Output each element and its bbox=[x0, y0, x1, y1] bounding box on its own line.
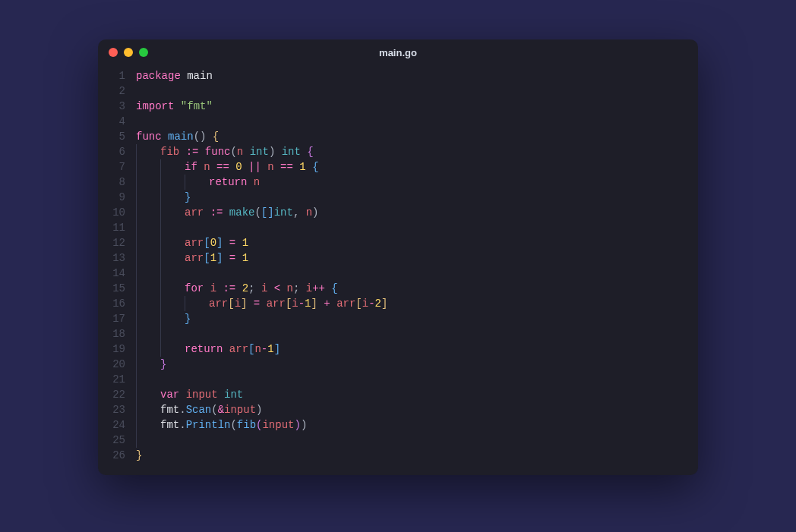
editor-window: main.go 12345678910111213141516171819202… bbox=[98, 39, 698, 475]
line-number: 9 bbox=[98, 190, 125, 205]
indent-guide bbox=[136, 144, 137, 159]
indent-guide bbox=[136, 402, 137, 417]
line-number: 17 bbox=[98, 311, 125, 326]
code-line[interactable]: arr[1] = 1 bbox=[136, 250, 683, 266]
token-brace-b: { bbox=[312, 161, 318, 173]
line-number: 2 bbox=[98, 83, 125, 99]
token-punc: ; bbox=[248, 282, 254, 294]
code-line[interactable] bbox=[136, 433, 683, 448]
token-kw: import bbox=[136, 100, 174, 112]
code-line[interactable]: import "fmt" bbox=[136, 99, 683, 114]
token-op: := bbox=[186, 146, 199, 158]
indent-guide bbox=[136, 372, 137, 387]
indent-guide bbox=[136, 433, 137, 448]
token-field: n bbox=[267, 161, 273, 173]
token-num: 1 bbox=[305, 297, 311, 310]
code-line[interactable]: } bbox=[136, 448, 683, 463]
code-area[interactable]: package main import "fmt" func main() {f… bbox=[136, 68, 698, 463]
indent-guide bbox=[185, 296, 185, 311]
code-line[interactable] bbox=[136, 220, 683, 235]
indent-guide bbox=[136, 326, 137, 342]
token-op: := bbox=[210, 206, 223, 219]
token-field: input bbox=[262, 419, 294, 431]
code-line[interactable]: func main() { bbox=[136, 129, 683, 144]
line-number: 13 bbox=[98, 250, 125, 266]
indent-guide bbox=[160, 326, 161, 342]
token-kw: var bbox=[160, 389, 179, 401]
indent-guide bbox=[160, 220, 161, 235]
token-op: := bbox=[223, 282, 235, 294]
indent-guide bbox=[136, 235, 137, 250]
code-line[interactable]: fmt.Println(fib(input)) bbox=[136, 417, 683, 433]
line-number: 11 bbox=[98, 220, 125, 235]
token-kw: func bbox=[136, 131, 162, 143]
code-line[interactable]: arr[0] = 1 bbox=[136, 235, 683, 250]
token-brace-b: [] bbox=[261, 206, 274, 219]
token-punc: ( bbox=[230, 419, 236, 431]
token-punc: () bbox=[194, 131, 207, 143]
code-editor[interactable]: 1234567891011121314151617181920212223242… bbox=[98, 65, 698, 475]
token-fn: main bbox=[168, 131, 194, 143]
token-op: & bbox=[218, 404, 224, 416]
token-kw: if bbox=[185, 161, 197, 173]
token-num: 0 bbox=[210, 237, 216, 249]
code-line[interactable]: } bbox=[136, 190, 683, 205]
token-brace-y: ] bbox=[381, 297, 387, 310]
token-punc: ( bbox=[254, 206, 261, 219]
token-op: = bbox=[229, 237, 235, 249]
token-num: 2 bbox=[242, 282, 248, 294]
code-line[interactable]: } bbox=[136, 311, 683, 326]
code-line[interactable]: if n == 0 || n == 1 { bbox=[136, 159, 683, 175]
line-number: 5 bbox=[98, 129, 125, 144]
code-line[interactable]: } bbox=[136, 357, 683, 372]
token-kw: return bbox=[209, 176, 247, 188]
indent-guide bbox=[136, 266, 137, 281]
code-line[interactable]: fmt.Scan(&input) bbox=[136, 402, 683, 417]
titlebar[interactable]: main.go bbox=[98, 39, 698, 65]
indent-guide bbox=[136, 159, 137, 175]
token-field: n bbox=[254, 343, 261, 355]
indent-guide bbox=[136, 175, 137, 190]
code-line[interactable] bbox=[136, 266, 683, 281]
line-number: 3 bbox=[98, 99, 125, 114]
minimize-icon[interactable] bbox=[124, 48, 133, 57]
token-num: 1 bbox=[242, 237, 248, 249]
indent-guide bbox=[136, 190, 137, 205]
code-line[interactable]: return arr[n-1] bbox=[136, 342, 683, 357]
line-number: 21 bbox=[98, 372, 125, 387]
token-op: == bbox=[216, 161, 229, 173]
token-field: i bbox=[292, 297, 298, 310]
token-brace-p: } bbox=[160, 358, 166, 370]
token-brace-b: ] bbox=[274, 343, 280, 355]
token-brace-y: ] bbox=[241, 297, 247, 310]
indent-guide bbox=[160, 296, 161, 311]
token-brace-p: ) bbox=[294, 419, 300, 431]
code-line[interactable]: fib := func(n int) int { bbox=[136, 144, 683, 159]
close-icon[interactable] bbox=[109, 48, 118, 57]
code-line[interactable]: return n bbox=[136, 175, 683, 190]
code-line[interactable]: arr := make([]int, n) bbox=[136, 205, 683, 220]
code-line[interactable]: arr[i] = arr[i-1] + arr[i-2] bbox=[136, 296, 683, 311]
indent-guide bbox=[136, 205, 137, 220]
token-field: n bbox=[287, 282, 293, 294]
code-line[interactable]: package main bbox=[136, 68, 683, 83]
code-line[interactable] bbox=[136, 372, 683, 387]
code-line[interactable] bbox=[136, 326, 683, 342]
code-line[interactable] bbox=[136, 83, 683, 99]
token-brace-y: } bbox=[136, 449, 142, 461]
line-number: 19 bbox=[98, 342, 125, 357]
token-kw2: make bbox=[229, 206, 255, 219]
zoom-icon[interactable] bbox=[139, 48, 148, 57]
token-fn: Scan bbox=[186, 404, 212, 416]
code-line[interactable] bbox=[136, 114, 683, 129]
indent-guide bbox=[136, 311, 137, 326]
code-line[interactable]: var input int bbox=[136, 387, 683, 402]
indent-guide bbox=[160, 342, 161, 357]
token-field: i bbox=[306, 282, 312, 294]
indent-guide bbox=[160, 311, 161, 326]
line-number: 22 bbox=[98, 387, 125, 402]
code-line[interactable]: for i := 2; i < n; i++ { bbox=[136, 281, 683, 296]
token-brace-b: { bbox=[331, 282, 337, 294]
line-number: 8 bbox=[98, 175, 125, 190]
indent-guide bbox=[160, 205, 161, 220]
